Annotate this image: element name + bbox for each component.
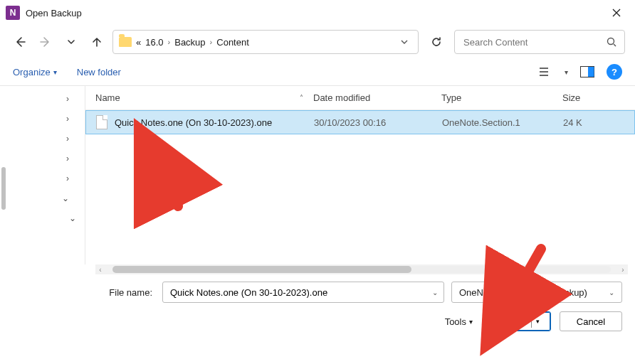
svg-rect-2: [588, 67, 594, 77]
open-button[interactable]: Open ▾: [488, 311, 551, 331]
breadcrumb-seg-2[interactable]: Backup: [174, 37, 205, 48]
sort-ascending-icon: ˄: [300, 94, 303, 102]
organize-button[interactable]: Organize ▾: [13, 67, 57, 77]
svg-point-0: [608, 38, 614, 45]
scroll-left-arrow[interactable]: ‹: [95, 266, 105, 274]
tree-scrollbar-thumb[interactable]: [1, 167, 6, 210]
file-type-filter[interactable]: OneNote Files (*.one;*.backup) ⌄: [451, 282, 622, 303]
scroll-right-arrow[interactable]: ›: [618, 266, 628, 274]
chevron-right-icon: ›: [210, 38, 213, 46]
filename-field[interactable]: ⌄: [162, 282, 444, 303]
search-box[interactable]: [454, 30, 625, 54]
app-icon: N: [6, 6, 20, 20]
file-row[interactable]: Quick Notes.one (On 30-10-2023).one 30/1…: [85, 110, 635, 134]
open-split-dropdown[interactable]: ▾: [531, 315, 540, 328]
chevron-down-icon[interactable]: ⌄: [432, 289, 438, 296]
filename-input[interactable]: [169, 287, 432, 299]
nav-up-button[interactable]: [87, 32, 107, 52]
file-type: OneNote.Section.1: [442, 117, 563, 128]
breadcrumb[interactable]: « 16.0 › Backup › Content: [112, 30, 419, 54]
filter-label: OneNote Files (*.one;*.backup): [459, 287, 604, 298]
horizontal-scrollbar[interactable]: ‹ ›: [95, 264, 628, 274]
folder-tree[interactable]: › › › › › ⌄ ⌄: [0, 86, 85, 264]
help-button[interactable]: ?: [607, 64, 622, 80]
file-list-header: Name ˄ Date modified Type Size: [85, 86, 635, 110]
file-name: Quick Notes.one (On 30-10-2023).one: [115, 117, 272, 128]
file-date: 30/10/2023 00:16: [314, 117, 442, 128]
file-size: 24 K: [563, 117, 634, 128]
breadcrumb-prefix: «: [136, 37, 141, 48]
tree-expand-toggle[interactable]: ›: [0, 149, 85, 168]
tools-button[interactable]: Tools ▾: [445, 316, 473, 327]
tree-expand-toggle[interactable]: ›: [0, 168, 85, 188]
chevron-down-icon: ▾: [53, 68, 57, 76]
new-folder-button[interactable]: New folder: [77, 67, 121, 77]
column-header-type[interactable]: Type: [441, 92, 562, 103]
view-mode-button[interactable]: [536, 63, 555, 81]
window-title: Open Backup: [26, 8, 82, 18]
preview-pane-button[interactable]: [578, 63, 597, 81]
nav-recent-button[interactable]: [61, 32, 81, 52]
column-header-date[interactable]: Date modified: [313, 92, 441, 103]
tree-collapse-toggle[interactable]: ⌄: [0, 208, 85, 228]
refresh-button[interactable]: [424, 30, 448, 54]
chevron-down-icon: ▾: [469, 318, 473, 326]
nav-forward-button[interactable]: [36, 32, 56, 52]
chevron-down-icon: ⌄: [609, 289, 614, 296]
folder-icon: [119, 37, 132, 47]
column-header-size[interactable]: Size: [562, 92, 635, 103]
tree-expand-toggle[interactable]: ›: [0, 129, 85, 149]
breadcrumb-dropdown[interactable]: [397, 36, 412, 48]
tree-expand-toggle[interactable]: ›: [0, 89, 85, 109]
scrollbar-thumb[interactable]: [112, 266, 411, 273]
chevron-right-icon: ›: [168, 38, 171, 46]
column-header-name[interactable]: Name ˄: [85, 92, 313, 103]
file-icon: [96, 115, 107, 129]
close-button[interactable]: [602, 2, 631, 23]
nav-back-button[interactable]: [10, 32, 30, 52]
breadcrumb-seg-1[interactable]: 16.0: [145, 37, 163, 48]
tree-collapse-toggle[interactable]: ⌄: [0, 188, 85, 208]
filename-label: File name:: [13, 287, 155, 298]
breadcrumb-seg-3[interactable]: Content: [216, 37, 249, 48]
search-input[interactable]: [462, 36, 600, 48]
search-icon: [606, 36, 617, 48]
tree-expand-toggle[interactable]: ›: [0, 109, 85, 129]
cancel-button[interactable]: Cancel: [560, 311, 622, 331]
app-icon-letter: N: [10, 8, 16, 18]
chevron-down-icon[interactable]: ▾: [565, 68, 568, 76]
